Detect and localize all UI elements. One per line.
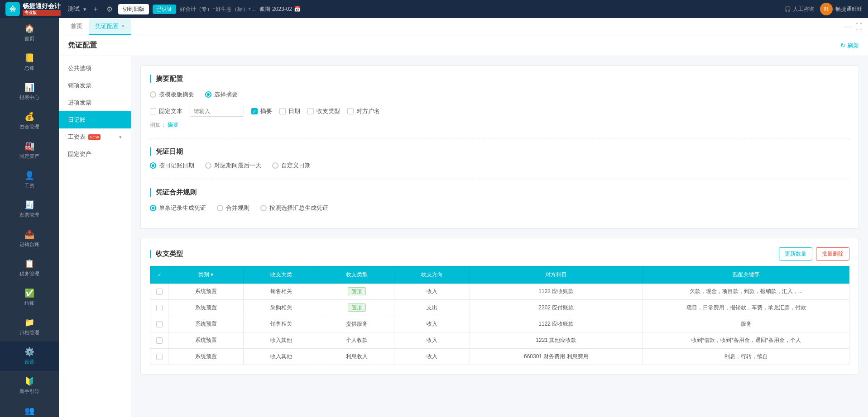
sidebar-item-tax[interactable]: 📋 税务管理: [0, 253, 59, 283]
support-btn[interactable]: 🎧 人工咨询: [784, 5, 815, 13]
checkbox-pay-type[interactable]: 收支类型: [307, 107, 340, 115]
row-major: 收入其他: [244, 332, 319, 349]
summary-config-section: 摘要配置 按模板版摘要 选择摘要: [140, 65, 859, 229]
sidebar-item-reports[interactable]: 📊 报表中心: [0, 77, 59, 106]
calendar-icon[interactable]: 📅: [294, 6, 301, 12]
row-checkbox-cell[interactable]: [150, 332, 168, 349]
radio-custom-date-circle: [272, 162, 278, 169]
row-type: 利息收入: [319, 349, 394, 365]
row-direction: 收入: [394, 349, 470, 365]
content-area: 首页 凭证配置 × — ⛶ 凭证配置 ↻ 刷新 公共选项: [59, 18, 868, 417]
income-table: ✓ 类别 ▾ 收支大类 收支类型 收支方向 对方科目 匹配关键字: [150, 266, 849, 365]
row-checkbox[interactable]: [156, 289, 163, 295]
left-nav-purchase[interactable]: 进项发票: [59, 94, 131, 111]
minimize-icon[interactable]: —: [844, 23, 852, 31]
sidebar-item-salary[interactable]: 👤 工资: [0, 165, 59, 194]
sidebar-item-invoice[interactable]: 🧾 发票管理: [0, 194, 59, 224]
radio-single-record[interactable]: 单条记录生成凭证: [150, 204, 206, 212]
topbar-right: 🎧 人工咨询 旺 畅捷通旺旺: [784, 3, 863, 15]
tab-voucher-config[interactable]: 凭证配置 ×: [89, 19, 131, 35]
left-nav-journal[interactable]: 日记账: [59, 111, 131, 128]
row-keywords: 欠款，现金，项目款，到款，报销款，汇入，...: [643, 284, 849, 300]
checkbox-summary[interactable]: ✓ 摘要: [251, 107, 272, 115]
page-header: 凭证配置 ↻ 刷新: [59, 35, 868, 56]
select-all-checkbox[interactable]: ✓: [156, 272, 163, 278]
radio-period-last[interactable]: 对应期间最后一天: [205, 161, 261, 170]
left-nav-fixed-asset[interactable]: 固定资产: [59, 146, 131, 163]
checkbox-date[interactable]: 日期: [279, 107, 300, 115]
sidebar-item-purchase[interactable]: 📥 进销台账: [0, 224, 59, 253]
settings-icon[interactable]: ⚙: [105, 3, 115, 15]
refresh-btn[interactable]: ↻ 刷新: [840, 42, 859, 50]
refresh-icon: ↻: [840, 42, 845, 49]
th-type: 收支类型: [319, 266, 394, 284]
radio-merge-rule[interactable]: 合并规则: [217, 204, 249, 212]
sidebar-item-assets[interactable]: 🏭 固定资产: [0, 136, 59, 165]
add-btn[interactable]: ＋: [90, 3, 101, 16]
radio-select-circle: [205, 91, 211, 98]
left-nav-salary[interactable]: 工资表 NEW ▾: [59, 128, 131, 146]
row-category: 系统预置: [168, 332, 244, 349]
summary-checkbox[interactable]: ✓: [251, 108, 258, 114]
company-name: 测试: [68, 5, 80, 13]
fixed-text-input[interactable]: [190, 106, 244, 117]
checkbox-fixed-text[interactable]: 固定文本: [150, 107, 182, 115]
batch-delete-btn[interactable]: 批量删除: [816, 247, 849, 261]
radio-template[interactable]: 按模板版摘要: [150, 90, 194, 99]
row-checkbox-cell[interactable]: [150, 284, 168, 300]
radio-period-last-circle: [205, 162, 211, 169]
left-nav-sales[interactable]: 销项发票: [59, 77, 131, 94]
tab-close-btn[interactable]: ×: [121, 23, 125, 29]
row-direction: 支出: [394, 300, 470, 316]
th-account: 对方科目: [470, 266, 643, 284]
sidebar-item-settings[interactable]: ⚙️ 设置: [0, 341, 59, 371]
row-checkbox[interactable]: [156, 337, 163, 344]
counterpart-checkbox[interactable]: [347, 108, 354, 114]
summary-section-title: 摘要配置: [150, 75, 849, 83]
summary-radio-group: 按模板版摘要 选择摘要: [150, 90, 849, 99]
left-nav-public[interactable]: 公共选项: [59, 60, 131, 77]
merge-section: 凭证合并规则 单条记录生成凭证 合并规则: [150, 179, 849, 212]
row-major: 收入其他: [244, 349, 319, 365]
sidebar-item-member[interactable]: 👥 畅会员: [0, 400, 59, 417]
fixed-text-checkbox[interactable]: [150, 108, 156, 114]
sidebar-item-archive[interactable]: 📁 归档管理: [0, 312, 59, 341]
row-major: 销售相关: [244, 316, 319, 332]
sidebar-item-guide[interactable]: 🔰 新手引导: [0, 371, 59, 400]
radio-custom-date[interactable]: 自定义日期: [272, 161, 311, 170]
tab-home[interactable]: 首页: [64, 19, 89, 35]
row-account: 1122 应收账款: [470, 284, 643, 300]
switch-version-btn[interactable]: 切到旧版: [118, 4, 149, 14]
maximize-icon[interactable]: ⛶: [855, 23, 863, 31]
merge-section-title: 凭证合并规则: [150, 188, 849, 197]
table-row: 系统预置 销售相关 提供服务 收入 1122 应收账款 服务: [150, 316, 849, 332]
th-checkbox[interactable]: ✓: [150, 266, 168, 284]
sidebar-item-funds[interactable]: 💰 资金管理: [0, 106, 59, 136]
dropdown-arrow-icon[interactable]: ▾: [83, 6, 86, 13]
income-buttons: 更新数量 批量删除: [779, 247, 849, 261]
settlement-icon: ✅: [24, 288, 34, 298]
row-checkbox[interactable]: [156, 305, 163, 311]
top-tag[interactable]: 置顶: [348, 287, 366, 295]
update-btn[interactable]: 更新数量: [779, 247, 812, 261]
sidebar-item-ledger[interactable]: 📒 总账: [0, 47, 59, 77]
chevron-down-icon: ▾: [119, 134, 122, 140]
sidebar: 🏠 首页 📒 总账 📊 报表中心 💰 资金管理 🏭 固定资产 👤 工资 🧾 发票…: [0, 18, 59, 417]
sidebar-item-home[interactable]: 🏠 首页: [0, 18, 59, 47]
row-checkbox-cell[interactable]: [150, 349, 168, 365]
th-direction: 收支方向: [394, 266, 470, 284]
radio-journal-date[interactable]: 按日记账日期: [150, 161, 194, 170]
user-menu[interactable]: 旺 畅捷通旺旺: [820, 3, 863, 15]
row-checkbox[interactable]: [156, 354, 163, 360]
radio-summary-generate[interactable]: 按照选择汇总生成凭证: [260, 204, 328, 212]
tab-bar: 首页 凭证配置 × — ⛶: [59, 18, 868, 35]
row-checkbox-cell[interactable]: [150, 316, 168, 332]
top-tag[interactable]: 置顶: [348, 303, 366, 312]
checkbox-counterpart[interactable]: 对方户名: [347, 107, 380, 115]
row-checkbox-cell[interactable]: [150, 300, 168, 316]
date-checkbox[interactable]: [279, 108, 286, 114]
radio-select[interactable]: 选择摘要: [205, 90, 238, 99]
pay-type-checkbox[interactable]: [307, 108, 314, 114]
row-checkbox[interactable]: [156, 321, 163, 327]
sidebar-item-settlement[interactable]: ✅ 结账: [0, 283, 59, 312]
